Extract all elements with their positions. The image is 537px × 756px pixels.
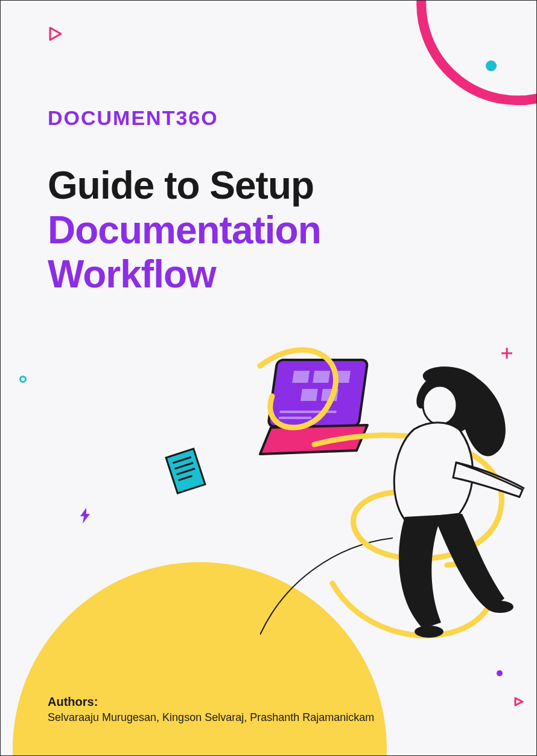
- svg-point-19: [497, 670, 503, 676]
- title-line-3: Workflow: [48, 252, 321, 297]
- svg-point-0: [486, 60, 497, 71]
- small-triangle-icon: [513, 696, 524, 707]
- page-title: Guide to Setup Documentation Workflow: [48, 164, 321, 297]
- dot-icon: [496, 670, 503, 677]
- document-icon: [160, 444, 215, 499]
- authors-label: Authors:: [48, 695, 374, 709]
- title-line-1: Guide to Setup: [48, 164, 321, 208]
- bolt-icon: [79, 508, 91, 524]
- person-illustration: [357, 363, 532, 641]
- svg-point-17: [415, 626, 443, 638]
- authors-names: Selvaraaju Murugesan, Kingson Selvaraj, …: [48, 711, 374, 724]
- title-line-2: Documentation: [48, 208, 321, 253]
- brand-logo: DOCUMENT36O: [48, 106, 218, 130]
- authors-block: Authors: Selvaraaju Murugesan, Kingson S…: [48, 695, 374, 724]
- ring-icon: [19, 375, 27, 383]
- arc-decoration: [386, 0, 537, 109]
- svg-point-16: [423, 386, 457, 424]
- svg-point-1: [21, 377, 26, 382]
- triangle-icon: [48, 26, 63, 42]
- svg-point-18: [487, 601, 513, 613]
